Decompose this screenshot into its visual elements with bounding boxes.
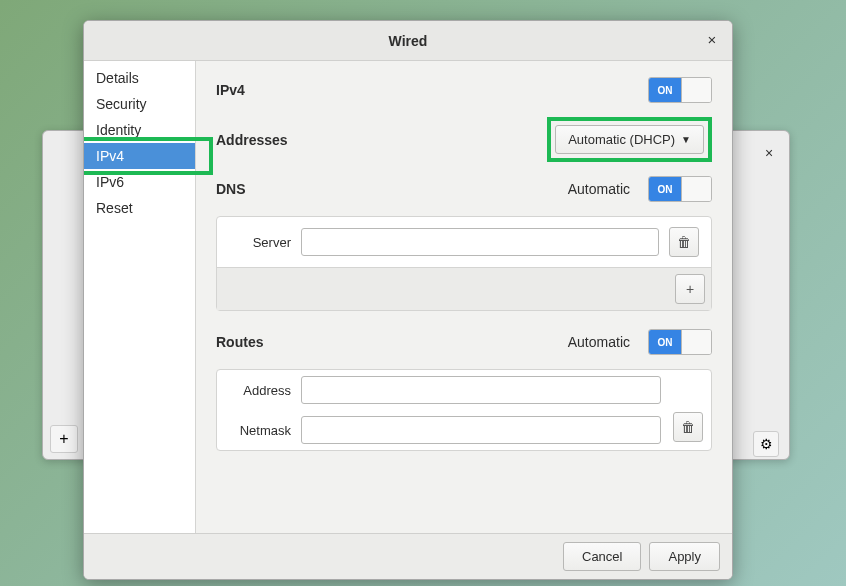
delete-route-button[interactable]: 🗑 [673,412,703,442]
sidebar-item-label: Identity [96,122,141,138]
sidebar: Details Security Identity IPv4 IPv6 Rese… [84,61,196,533]
dns-servers-panel: Server 🗑 + [216,216,712,311]
addresses-mode-dropdown[interactable]: Automatic (DHCP) ▼ [555,125,704,154]
trash-icon: 🗑 [681,419,695,435]
sidebar-item-label: Details [96,70,139,86]
apply-button[interactable]: Apply [649,542,720,571]
dropdown-label: Automatic (DHCP) [568,132,675,147]
routes-label: Routes [216,334,263,350]
sidebar-item-label: IPv4 [96,148,124,164]
trash-icon: 🗑 [677,234,691,250]
dns-label: DNS [216,181,246,197]
route-address-label: Address [229,383,291,398]
sidebar-item-ipv6[interactable]: IPv6 [84,169,195,195]
server-field-label: Server [229,235,291,250]
toggle-knob [681,330,711,354]
sidebar-item-label: IPv6 [96,174,124,190]
dns-automatic-label: Automatic [568,181,630,197]
chevron-down-icon: ▼ [681,134,691,145]
bg-add-button[interactable]: + [50,425,78,453]
route-address-input[interactable] [301,376,661,404]
route-netmask-input[interactable] [301,416,661,444]
add-server-button[interactable]: + [675,274,705,304]
content-pane: IPv4 ON Addresses Automatic (DHCP) ▼ DNS [196,61,732,533]
sidebar-item-reset[interactable]: Reset [84,195,195,221]
close-button[interactable]: × [702,31,722,51]
dialog-title: Wired [389,33,428,49]
sidebar-item-security[interactable]: Security [84,91,195,117]
sidebar-item-label: Security [96,96,147,112]
dialog-footer: Cancel Apply [84,533,732,579]
sidebar-item-label: Reset [96,200,133,216]
routes-automatic-toggle[interactable]: ON [648,329,712,355]
sidebar-item-ipv4[interactable]: IPv4 [84,143,195,169]
ipv4-heading: IPv4 [216,82,245,98]
toggle-knob [681,177,711,201]
plus-icon: + [686,281,694,297]
toggle-on-label: ON [649,78,681,102]
dns-automatic-toggle[interactable]: ON [648,176,712,202]
titlebar: Wired × [84,21,732,61]
bg-settings-icon[interactable]: ⚙ [753,431,779,457]
sidebar-item-identity[interactable]: Identity [84,117,195,143]
dns-server-input[interactable] [301,228,659,256]
highlight-marker: Automatic (DHCP) ▼ [547,117,712,162]
ipv4-toggle[interactable]: ON [648,77,712,103]
delete-server-button[interactable]: 🗑 [669,227,699,257]
network-settings-dialog: Wired × Details Security Identity IPv4 I… [83,20,733,580]
route-netmask-label: Netmask [229,423,291,438]
addresses-label: Addresses [216,132,288,148]
cancel-button[interactable]: Cancel [563,542,641,571]
routes-panel: Address Netmask 🗑 [216,369,712,451]
toggle-on-label: ON [649,177,681,201]
toggle-knob [681,78,711,102]
routes-automatic-label: Automatic [568,334,630,350]
sidebar-item-details[interactable]: Details [84,65,195,91]
toggle-on-label: ON [649,330,681,354]
bg-close-icon[interactable]: × [757,141,781,165]
